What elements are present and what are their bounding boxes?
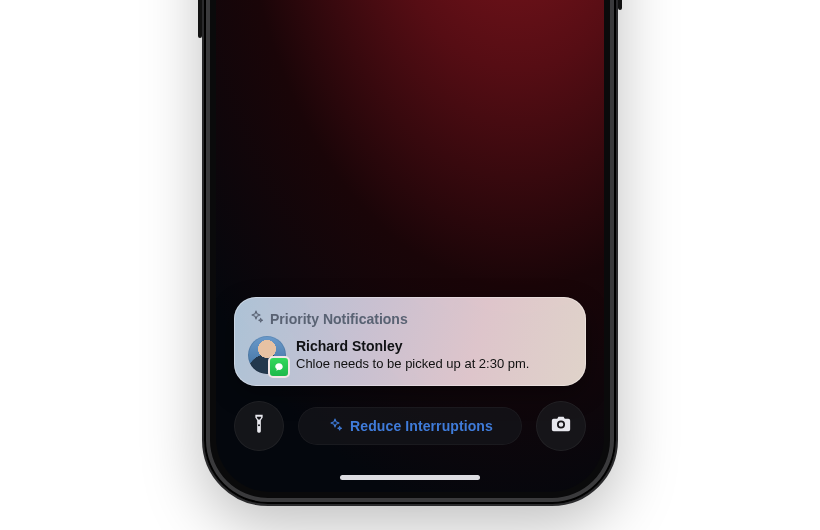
iphone-device-frame: Priority Notifications Ric [202, 0, 618, 506]
priority-notifications-header: Priority Notifications [248, 309, 572, 328]
notification-message: Chloe needs to be picked up at 2:30 pm. [296, 356, 529, 372]
focus-mode-label: Reduce Interruptions [350, 418, 493, 434]
lock-screen-dock-row: Reduce Interruptions [234, 400, 586, 452]
sender-avatar-wrap [248, 336, 286, 374]
notification-sender: Richard Stonley [296, 338, 529, 356]
lock-screen: Priority Notifications Ric [216, 0, 604, 492]
notification-text: Richard Stonley Chloe needs to be picked… [296, 338, 529, 372]
home-indicator[interactable] [340, 475, 480, 480]
notification-item[interactable]: Richard Stonley Chloe needs to be picked… [248, 336, 572, 374]
messages-icon [274, 358, 284, 376]
focus-sparkle-icon [327, 417, 343, 436]
flashlight-icon [248, 413, 270, 439]
side-power-button [618, 0, 622, 10]
messages-app-badge [268, 356, 290, 378]
lock-screen-bottom-area: Priority Notifications Ric [216, 252, 604, 492]
flashlight-button[interactable] [234, 401, 284, 451]
priority-notifications-card[interactable]: Priority Notifications Ric [234, 297, 586, 386]
camera-button[interactable] [536, 401, 586, 451]
priority-sparkle-icon [248, 309, 264, 328]
priority-notifications-title: Priority Notifications [270, 311, 408, 327]
camera-icon [550, 413, 572, 439]
focus-mode-pill[interactable]: Reduce Interruptions [298, 407, 522, 445]
product-shot-stage: Priority Notifications Ric [0, 0, 820, 530]
volume-down-button [198, 0, 202, 38]
